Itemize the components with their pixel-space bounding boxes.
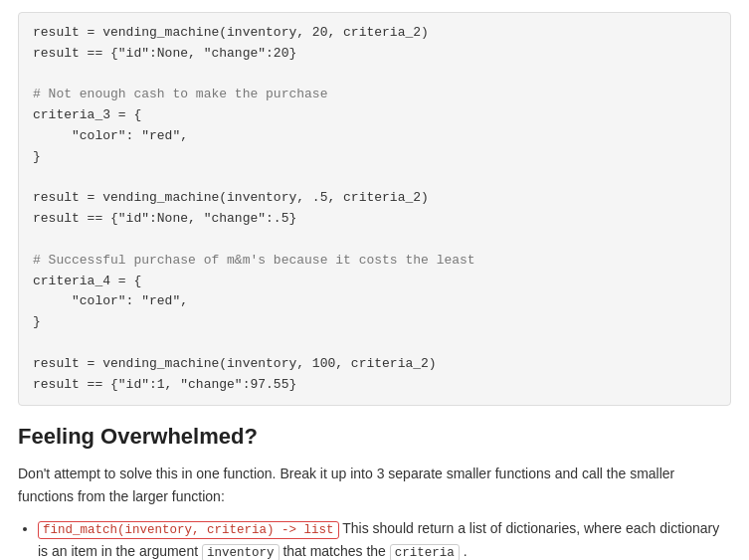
bullet-code-1: find_match(inventory, criteria) -> list	[38, 521, 339, 539]
bullet-text-1c: .	[464, 543, 468, 559]
code-line-12: result == {"id":1, "change":97.55}	[33, 377, 296, 392]
code-line-10: }	[33, 314, 41, 329]
code-comment-2: # Successful purchase of m&m's because i…	[33, 253, 475, 268]
code-line-2: result == {"id":None, "change":20}	[33, 46, 296, 61]
code-line-6: result = vending_machine(inventory, .5, …	[33, 190, 429, 205]
intro-paragraph: Don't attempt to solve this in one funct…	[18, 463, 731, 507]
section-heading: Feeling Overwhelmed?	[18, 420, 731, 453]
code-line-8: criteria_4 = {	[33, 274, 141, 288]
code-comment-1: # Not enough cash to make the purchase	[33, 87, 327, 101]
code-line-3: criteria_3 = {	[33, 107, 141, 122]
bullet-inline-criteria: criteria	[390, 544, 460, 560]
code-line-7: result == {"id":None, "change":.5}	[33, 211, 296, 226]
bullet-list: find_match(inventory, criteria) -> list …	[38, 517, 731, 560]
code-line-9: "color": "red",	[33, 293, 188, 308]
code-line-4: "color": "red",	[33, 128, 188, 143]
bullet-text-1b: that matches the	[282, 543, 389, 559]
code-line-11: result = vending_machine(inventory, 100,…	[33, 356, 437, 371]
code-line-1: result = vending_machine(inventory, 20, …	[33, 25, 429, 40]
code-block: result = vending_machine(inventory, 20, …	[18, 12, 731, 406]
code-line-5: }	[33, 149, 41, 164]
list-item-1: find_match(inventory, criteria) -> list …	[38, 517, 731, 560]
bullet-inline-inventory: inventory	[202, 544, 280, 560]
